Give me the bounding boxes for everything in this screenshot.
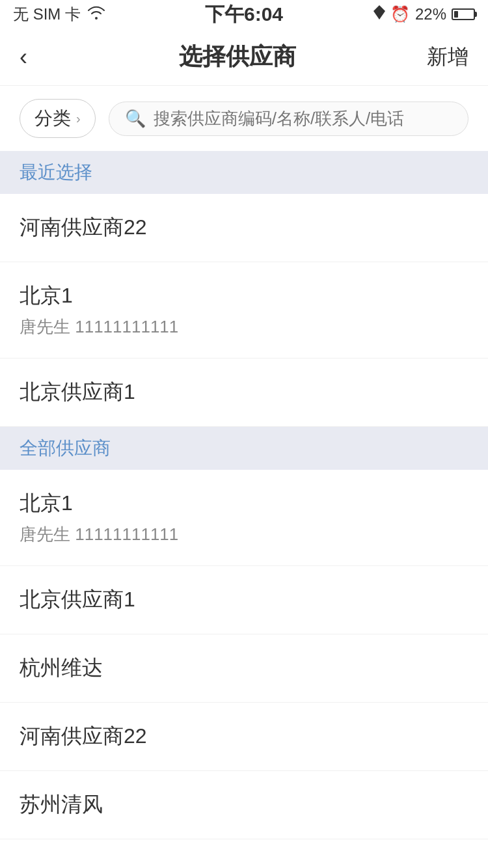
status-bar: 无 SIM 卡 下午6:04 ⏰ 22% [0,0,488,29]
item-name: 北京1 [20,282,468,310]
all-section-header: 全部供应商 [0,427,488,470]
all-list: 北京1唐先生 11111111111北京供应商1杭州维达河南供应商22苏州清风 [0,470,488,839]
item-name: 河南供应商22 [20,213,468,242]
list-item[interactable]: 北京供应商1 [0,566,488,634]
back-button[interactable]: ‹ [20,44,59,71]
list-item[interactable]: 杭州维达 [0,634,488,703]
list-item[interactable]: 北京供应商1 [0,359,488,427]
search-box[interactable]: 🔍 [109,102,468,136]
alarm-icon: ⏰ [390,5,410,23]
carrier-text: 无 SIM 卡 [13,4,81,25]
search-input[interactable] [154,109,452,129]
recent-section-label: 最近选择 [20,162,92,182]
search-icon: 🔍 [125,109,146,129]
recent-list: 河南供应商22北京1唐先生 11111111111北京供应商1 [0,194,488,427]
item-sub: 唐先生 11111111111 [20,316,468,338]
recent-section-header: 最近选择 [0,151,488,194]
item-name: 河南供应商22 [20,722,468,751]
list-item[interactable]: 苏州清风 [0,771,488,839]
item-name: 苏州清风 [20,791,468,819]
item-name: 北京供应商1 [20,378,468,407]
nav-bar: ‹ 选择供应商 新增 [0,29,488,86]
list-item[interactable]: 北京1唐先生 11111111111 [0,470,488,566]
location-icon [373,5,385,23]
item-sub: 唐先生 11111111111 [20,523,468,546]
wifi-icon [87,5,105,23]
item-name: 杭州维达 [20,654,468,683]
page-title: 选择供应商 [59,41,416,73]
all-section-label: 全部供应商 [20,438,111,458]
status-time: 下午6:04 [205,1,283,28]
item-name: 北京供应商1 [20,586,468,614]
item-name: 北京1 [20,489,468,518]
battery-percent: 22% [415,5,446,23]
battery-icon [452,8,475,20]
status-left: 无 SIM 卡 [13,4,105,25]
add-button[interactable]: 新增 [416,43,468,72]
filter-bar: 分类 › 🔍 [0,86,488,151]
list-item[interactable]: 河南供应商22 [0,194,488,262]
list-item[interactable]: 北京1唐先生 11111111111 [0,262,488,359]
list-item[interactable]: 河南供应商22 [0,703,488,771]
category-label: 分类 [34,106,71,131]
chevron-right-icon: › [76,111,81,126]
status-right: ⏰ 22% [373,5,475,23]
category-filter-button[interactable]: 分类 › [20,99,96,138]
